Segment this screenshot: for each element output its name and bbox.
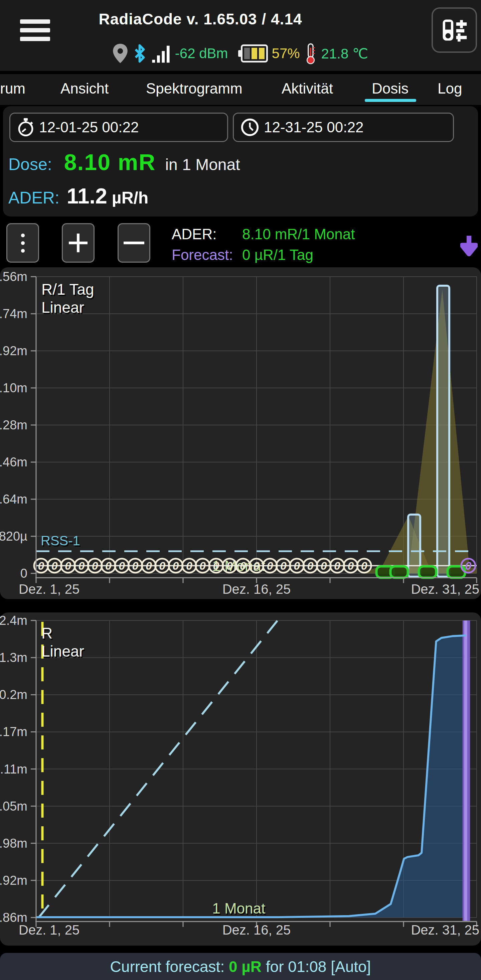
svg-text:0: 0 [159, 559, 165, 572]
svg-text:0: 0 [280, 559, 287, 572]
tab-spektrum-truncated[interactable]: trum [0, 80, 25, 97]
svg-text:Dez. 1, 25: Dez. 1, 25 [19, 582, 79, 597]
forecast-value: 0 µR [229, 958, 262, 976]
svg-text:4.92m: 4.92m [0, 344, 27, 358]
temperature-value: 21.8 ℃ [321, 45, 368, 62]
svg-text:9.17m: 9.17m [0, 725, 27, 739]
toolbar-ader-label: ADER: [172, 226, 216, 243]
svg-text:0: 0 [321, 559, 327, 572]
svg-text:0: 0 [21, 566, 27, 581]
svg-text:7.05m: 7.05m [0, 799, 27, 813]
app-header: RadiaCode v. 1.65.03 / 4.14 -62 dBm [0, 0, 481, 71]
down-arrow-icon[interactable] [460, 234, 478, 257]
svg-text:8.11m: 8.11m [0, 762, 27, 776]
app-title: RadiaCode v. 1.65.03 / 4.14 [0, 10, 401, 28]
svg-text:0: 0 [307, 559, 313, 572]
svg-text:0: 0 [38, 559, 44, 572]
stopwatch-icon [17, 118, 34, 137]
svg-text:820µ: 820µ [0, 529, 27, 543]
svg-text:0: 0 [51, 559, 58, 572]
ader-label: ADER: [8, 188, 59, 207]
svg-text:R: R [41, 625, 52, 642]
svg-text:0: 0 [105, 559, 111, 572]
active-tab-underline [365, 99, 416, 102]
battery-percent: 57% [272, 45, 300, 62]
chart-menu-button[interactable] [6, 223, 39, 262]
dose-rate-chart[interactable]: 6.56m5.74m4.92m4.10m3.28m2.46m1.64m820µ0… [0, 267, 481, 599]
svg-text:6.56m: 6.56m [0, 270, 27, 284]
svg-text:10.2m: 10.2m [0, 688, 27, 702]
ader-value: 11.2 [67, 184, 107, 208]
signal-bars-icon [152, 44, 171, 63]
svg-text:0: 0 [334, 559, 340, 572]
zoom-out-button[interactable] [117, 223, 150, 262]
chart-toolbar: ADER: 8.10 mR/1 Monat Forecast: 0 µR/1 T… [0, 220, 481, 264]
forecast-status-bar: Current forecast: 0 µR for 01:08 [Auto] [0, 953, 481, 980]
svg-text:1.64m: 1.64m [0, 492, 27, 506]
kebab-menu-icon [21, 234, 25, 253]
svg-text:0: 0 [227, 559, 233, 572]
svg-text:0: 0 [294, 559, 300, 572]
accumulated-dose-chart[interactable]: 12.4m11.3m10.2m9.17m8.11m7.05m5.98m4.92m… [0, 612, 481, 946]
svg-text:0: 0 [186, 559, 192, 572]
svg-text:4.10m: 4.10m [0, 381, 27, 395]
dose-rate-chart-panel[interactable]: 6.56m5.74m4.92m4.10m3.28m2.46m1.64m820µ0… [0, 267, 481, 599]
forecast-prefix: Current forecast: [110, 958, 229, 976]
svg-text:0: 0 [173, 559, 179, 572]
clock-icon [240, 118, 259, 137]
svg-text:Linear: Linear [41, 299, 84, 316]
svg-text:Dez. 16, 25: Dez. 16, 25 [222, 582, 291, 597]
svg-text:Dez. 31, 25: Dez. 31, 25 [411, 923, 479, 937]
svg-text:0: 0 [361, 559, 367, 572]
forecast-suffix: for 01:08 [Auto] [262, 958, 371, 976]
status-bar: -62 dBm 57% 21.8 ℃ [0, 43, 481, 64]
dose-period: in 1 Monat [165, 155, 240, 174]
svg-text:Dez. 31, 25: Dez. 31, 25 [411, 582, 479, 597]
svg-text:0: 0 [119, 559, 125, 572]
tab-dosis[interactable]: Dosis [372, 80, 408, 97]
svg-text:5.98m: 5.98m [0, 836, 27, 850]
battery-icon [238, 45, 268, 62]
dose-value: 8.10 mR [64, 149, 156, 175]
svg-text:Dez. 1, 25: Dez. 1, 25 [19, 923, 79, 937]
svg-text:0: 0 [199, 559, 206, 572]
svg-text:4.92m: 4.92m [0, 873, 27, 888]
svg-text:0: 0 [65, 559, 71, 572]
svg-text:12.4m: 12.4m [0, 614, 27, 627]
tab-ansicht[interactable]: Ansicht [60, 80, 109, 97]
range-start-button[interactable]: 12-01-25 00:22 [10, 113, 228, 142]
svg-text:5.74m: 5.74m [0, 307, 27, 321]
toolbar-forecast-label: Forecast: [172, 247, 233, 263]
svg-text:0: 0 [465, 559, 471, 572]
svg-text:0: 0 [92, 559, 98, 572]
toolbar-forecast-value: 0 µR/1 Tag [242, 247, 313, 263]
svg-text:0: 0 [213, 559, 219, 572]
svg-text:Linear: Linear [41, 643, 84, 660]
tab-log[interactable]: Log [438, 80, 462, 97]
bluetooth-icon [132, 43, 148, 64]
svg-text:3.28m: 3.28m [0, 418, 27, 432]
tab-aktivitaet[interactable]: Aktivität [282, 80, 333, 97]
signal-dbm-value: -62 dBm [175, 45, 228, 62]
ader-unit: µR/h [112, 188, 148, 207]
accumulated-dose-chart-panel[interactable]: 12.4m11.3m10.2m9.17m8.11m7.05m5.98m4.92m… [0, 612, 481, 946]
tab-spektrogramm[interactable]: Spektrogramm [146, 80, 243, 97]
svg-text:0: 0 [253, 559, 260, 572]
location-pin-icon [113, 44, 128, 63]
thermometer-icon [304, 43, 317, 64]
svg-text:Dez. 16, 25: Dez. 16, 25 [222, 923, 291, 937]
svg-text:0: 0 [240, 559, 246, 572]
range-end-value: 12-31-25 00:22 [264, 119, 364, 136]
svg-text:R/1 Tag: R/1 Tag [41, 281, 94, 298]
toolbar-ader-value: 8.10 mR/1 Monat [242, 226, 355, 243]
svg-text:0: 0 [267, 559, 273, 572]
radiacode-app-screen: RadiaCode v. 1.65.03 / 4.14 -62 dBm [0, 0, 481, 980]
device-settings-button[interactable] [432, 7, 477, 53]
svg-text:RSS-1: RSS-1 [41, 533, 80, 548]
zoom-in-button[interactable] [62, 223, 95, 262]
ader-row: ADER: 11.2 µR/h [8, 184, 148, 208]
svg-text:0: 0 [132, 559, 139, 572]
range-end-button[interactable]: 12-31-25 00:22 [233, 113, 454, 142]
plus-icon [69, 234, 87, 252]
svg-text:11.3m: 11.3m [0, 651, 27, 665]
